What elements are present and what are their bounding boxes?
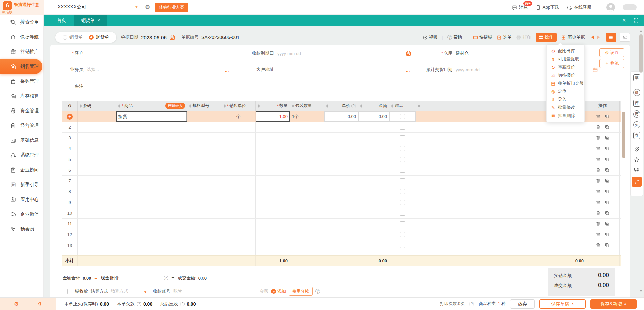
base-qty-cell[interactable] xyxy=(521,197,586,208)
sort-icon[interactable] xyxy=(292,103,294,109)
pack-qty-cell[interactable] xyxy=(290,154,324,165)
unit-cell[interactable] xyxy=(221,165,256,175)
spec-cell[interactable] xyxy=(187,176,221,186)
unit-cell[interactable] xyxy=(221,176,256,186)
sort-icon[interactable] xyxy=(80,103,82,109)
col-unit[interactable]: *销售单位 xyxy=(221,101,256,111)
company-selector[interactable]: XXXXXX公司 ▼ xyxy=(58,3,138,11)
gift-checkbox[interactable] xyxy=(400,221,405,226)
product-cell[interactable] xyxy=(116,197,187,208)
col-spec[interactable]: 规格型号 xyxy=(187,101,221,111)
lookup-dots-icon[interactable]: … xyxy=(406,68,411,73)
menu-item-whole-discount[interactable]: ▤整单折扣金额 xyxy=(547,79,584,87)
qty-cell[interactable] xyxy=(256,122,290,132)
spec-cell[interactable] xyxy=(187,186,221,197)
qty-cell[interactable] xyxy=(256,143,290,154)
extra-cell[interactable] xyxy=(416,154,521,165)
col-product[interactable]: *商品扫码录入 xyxy=(116,101,187,111)
base-qty-cell[interactable] xyxy=(521,208,586,218)
amount-cell[interactable] xyxy=(358,176,389,186)
column-settings-gear-icon[interactable]: ⚙ xyxy=(62,101,78,111)
copy-row-icon[interactable] xyxy=(605,211,610,216)
base-qty-cell[interactable] xyxy=(521,165,586,175)
amount-cell[interactable] xyxy=(358,240,389,251)
product-cell[interactable] xyxy=(116,122,187,132)
sidebar-item-collab[interactable]: 企业协同 xyxy=(0,163,43,177)
footer-gear-icon[interactable]: ⚙ xyxy=(14,301,19,307)
account-name-blob[interactable] xyxy=(623,4,637,10)
pack-qty-cell[interactable] xyxy=(290,165,324,175)
price-cell[interactable] xyxy=(324,197,358,208)
amount-cell[interactable] xyxy=(358,143,389,154)
fee-share-button[interactable]: 费用分摊 xyxy=(289,287,313,296)
qty-cell[interactable] xyxy=(256,176,290,186)
pack-qty-cell[interactable] xyxy=(290,208,324,218)
price-cell[interactable] xyxy=(324,229,358,240)
amount-cell[interactable] xyxy=(358,197,389,208)
barcode-cell[interactable] xyxy=(78,111,116,122)
copy-row-icon[interactable] xyxy=(605,135,610,140)
qty-cell[interactable] xyxy=(256,186,290,197)
copy-row-icon[interactable] xyxy=(605,168,610,173)
sidebar-item-purchase[interactable]: 采购管理 xyxy=(0,74,43,89)
menu-item-batch-edit[interactable]: ✎批量修改 xyxy=(547,103,584,112)
barcode-cell[interactable] xyxy=(78,208,116,218)
pack-qty-cell[interactable] xyxy=(290,133,324,143)
sidebar-item-app-center[interactable]: 应用中心 xyxy=(0,192,43,207)
scrollbar-thumb[interactable] xyxy=(622,112,625,158)
product-cell[interactable] xyxy=(116,165,187,175)
amount-cell[interactable] xyxy=(358,219,389,229)
card-view-toggle[interactable] xyxy=(620,33,630,42)
sidebar-item-sales[interactable]: 销售管理 xyxy=(0,59,42,74)
col-qty[interactable]: *数量 xyxy=(256,101,290,111)
amount-cell[interactable] xyxy=(358,229,389,240)
extra-cell[interactable] xyxy=(416,186,521,197)
gift-checkbox[interactable] xyxy=(400,211,405,216)
delete-row-icon[interactable] xyxy=(596,178,601,183)
onekey-checkbox[interactable] xyxy=(63,289,68,294)
copy-row-icon[interactable] xyxy=(605,146,610,151)
sort-icon[interactable] xyxy=(224,103,226,109)
delete-row-icon[interactable] xyxy=(596,125,601,130)
unit-cell[interactable] xyxy=(221,219,256,229)
address-input[interactable]: … xyxy=(277,65,411,74)
sort-icon[interactable] xyxy=(391,103,393,109)
save-and-new-button[interactable]: 保存&新增∧ xyxy=(590,299,637,309)
pick-order-button[interactable]: 选单 xyxy=(497,34,512,40)
tab-home[interactable]: 首页 xyxy=(54,15,69,26)
barcode-cell[interactable] xyxy=(78,186,116,197)
fullscreen-icon[interactable] xyxy=(634,18,639,23)
pack-qty-cell[interactable] xyxy=(290,122,324,132)
spec-cell[interactable] xyxy=(187,219,221,229)
price-cell[interactable] xyxy=(324,186,358,197)
messages-button[interactable]: 消息 99+ xyxy=(512,4,528,10)
extra-cell[interactable] xyxy=(416,143,521,154)
spec-cell[interactable] xyxy=(187,208,221,218)
salesman-input[interactable]: 选择...… xyxy=(87,65,230,74)
sort-icon[interactable] xyxy=(326,103,328,109)
discount-help-icon[interactable]: ? xyxy=(164,276,168,280)
prev-doc-arrow-icon[interactable] xyxy=(589,35,594,39)
radio-return-order[interactable]: 退货单 xyxy=(89,34,109,40)
spec-cell[interactable] xyxy=(187,197,221,208)
delete-row-icon[interactable] xyxy=(596,135,601,140)
extra-cell[interactable] xyxy=(416,165,521,175)
col-gift[interactable]: 赠品 xyxy=(389,101,416,111)
qty-cell[interactable] xyxy=(256,197,290,208)
customer-input[interactable]: … xyxy=(87,49,230,58)
barcode-cell[interactable] xyxy=(78,122,116,132)
amount-cell[interactable]: 0.00 xyxy=(358,111,389,122)
barcode-cell[interactable] xyxy=(78,133,116,143)
gift-checkbox[interactable] xyxy=(400,168,405,173)
next-doc-arrow-icon[interactable] xyxy=(597,35,602,39)
sort-icon[interactable] xyxy=(360,103,362,109)
product-cell[interactable] xyxy=(116,208,187,218)
logistics-button[interactable]: ＋物流 xyxy=(599,59,624,68)
base-qty-cell[interactable] xyxy=(521,154,586,165)
extra-cell[interactable] xyxy=(416,240,521,251)
sidebar-item-marketing[interactable]: 营销推广 xyxy=(0,44,43,59)
gift-checkbox[interactable] xyxy=(400,243,405,248)
calendar-icon[interactable] xyxy=(169,35,175,40)
due-date-input[interactable]: yyyy-mm-dd xyxy=(277,49,411,58)
spec-cell[interactable] xyxy=(187,154,221,165)
